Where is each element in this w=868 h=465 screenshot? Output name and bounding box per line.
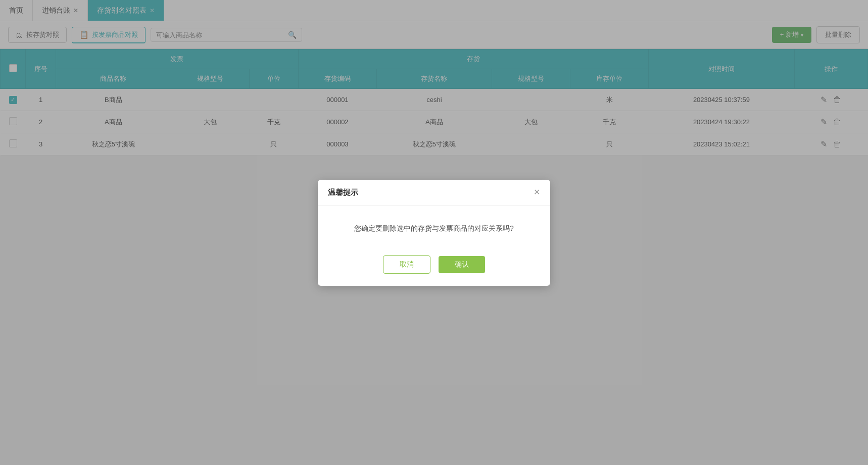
overlay: 温馨提示 ✕ 您确定要删除选中的存货与发票商品的对应关系吗? 取消 确认 xyxy=(0,0,868,156)
